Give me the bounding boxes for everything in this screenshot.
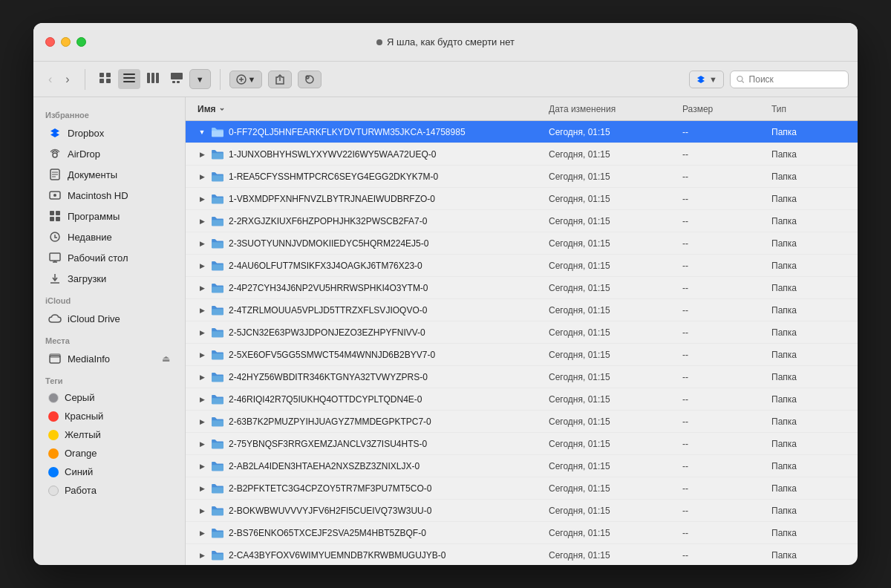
col-header-size[interactable]: Размер xyxy=(682,104,771,114)
table-row[interactable]: ▶ 2-5XE6OFV5GG5SMWCT54M4WNNJD6B2BYV7-0 С… xyxy=(186,344,858,366)
back-button[interactable]: ‹ xyxy=(42,70,58,89)
desktop-icon xyxy=(48,251,62,264)
minimize-button[interactable] xyxy=(61,37,71,47)
sidebar-item-apps[interactable]: Программы xyxy=(36,206,182,226)
search-input[interactable] xyxy=(749,74,842,85)
expand-arrow[interactable]: ▼ xyxy=(198,128,206,137)
sidebar-item-airdrop[interactable]: AirDrop xyxy=(36,143,182,164)
sidebar-item-tag-blue[interactable]: Синий xyxy=(36,463,182,481)
file-list: ▼ 0-FF72QLJ5HNFEARKFLKYDVTURWM35JKCA-147… xyxy=(186,121,858,565)
expand-arrow[interactable]: ▶ xyxy=(198,172,206,181)
expand-arrow[interactable]: ▶ xyxy=(198,239,206,248)
file-type: Папка xyxy=(771,483,846,494)
expand-arrow[interactable]: ▶ xyxy=(198,551,206,560)
file-modified: Сегодня, 01:15 xyxy=(549,461,682,471)
sidebar-item-mediainfo[interactable]: MediaInfo ⏏ xyxy=(36,348,182,369)
table-row[interactable]: ▶ 2-B2PFKTETC3G4CPZOY5TR7MF3PU7MT5CO-0 С… xyxy=(186,477,858,500)
view-column-button[interactable] xyxy=(142,69,164,89)
sidebar-item-documents[interactable]: Документы xyxy=(36,164,182,185)
view-buttons: ▼ xyxy=(94,69,211,89)
table-row[interactable]: ▶ 2-BOKWBWUVVVYJFV6H2FI5CUEIVQ73W3UU-0 С… xyxy=(186,500,858,522)
table-row[interactable]: ▶ 2-CA43BYFOXV6WIMYUEMNDB7KRWBMUGUJYB-0 … xyxy=(186,544,858,565)
table-row[interactable]: ▶ 2-3SUOTYUNNJVDMOKIIEDYC5HQRM224EJ5-0 С… xyxy=(186,232,858,255)
file-name-cell: ▶ 2-63B7K2PMUZPYIHJUAGYZ7MMDEGPKTPC7-0 xyxy=(198,416,549,427)
sidebar-item-tag-grey[interactable]: Серый xyxy=(36,388,182,407)
expand-arrow[interactable]: ▶ xyxy=(198,306,206,315)
expand-arrow[interactable]: ▶ xyxy=(198,462,206,471)
expand-arrow[interactable]: ▶ xyxy=(198,195,206,203)
expand-arrow[interactable]: ▶ xyxy=(198,150,206,159)
view-icon-button[interactable] xyxy=(94,69,117,89)
folder-icon xyxy=(211,461,224,471)
expand-arrow[interactable]: ▶ xyxy=(198,484,206,493)
sidebar-item-tag-yellow[interactable]: Желтый xyxy=(36,425,182,444)
eject-button[interactable]: ⏏ xyxy=(162,353,170,364)
tag-button[interactable] xyxy=(298,71,322,88)
sidebar-item-recent[interactable]: Недавние xyxy=(36,226,182,247)
tag-color-yellow xyxy=(48,430,59,440)
folder-icon xyxy=(211,238,224,249)
expand-arrow[interactable]: ▶ xyxy=(198,440,206,448)
expand-arrow[interactable]: ▶ xyxy=(198,350,206,359)
col-header-name[interactable]: Имя xyxy=(198,104,549,114)
table-row[interactable]: ▶ 2-75YBNQSF3RRGXEMZJANCLV3Z7ISU4HTS-0 С… xyxy=(186,433,858,455)
table-row[interactable]: ▶ 1-VBXMDPFXNHFNVZLBYTRJNAEIWUDBRFZO-0 С… xyxy=(186,188,858,210)
col-header-type[interactable]: Тип xyxy=(771,104,846,114)
table-row[interactable]: ▶ 2-AB2LA4IDEN3HTAEHA2NXSZBZ3ZNIXLJX-0 С… xyxy=(186,455,858,477)
tag-color-work xyxy=(48,486,59,496)
table-row[interactable]: ▶ 2-4AU6OLFUT7MSIKFX3J4OAGKJ6TM76X23-0 С… xyxy=(186,255,858,277)
file-name: 2-AB2LA4IDEN3HTAEHA2NXSZBZ3ZNIXLJX-0 xyxy=(229,461,420,471)
file-name: 2-4P27CYH34J6NP2VU5HRRWSPHKI4O3YTM-0 xyxy=(229,283,428,293)
file-modified: Сегодня, 01:15 xyxy=(549,372,682,382)
expand-arrow[interactable]: ▶ xyxy=(198,395,206,404)
close-button[interactable] xyxy=(45,37,55,47)
view-list-button[interactable] xyxy=(118,69,140,89)
table-row[interactable]: ▶ 2-BS76ENKO65TXCEJF2SVA25M4HBT5ZBQF-0 С… xyxy=(186,522,858,544)
file-size: -- xyxy=(682,416,771,427)
dropbox-toolbar-button[interactable]: ▼ xyxy=(689,71,724,88)
expand-arrow[interactable]: ▶ xyxy=(198,373,206,382)
sidebar-item-downloads[interactable]: Загрузки xyxy=(36,268,182,289)
svg-rect-12 xyxy=(177,81,180,83)
sidebar-item-tag-orange[interactable]: Orange xyxy=(36,444,182,463)
table-row[interactable]: ▶ 2-63B7K2PMUZPYIHJUAGYZ7MMDEGPKTPC7-0 С… xyxy=(186,411,858,433)
window-title-container: Я шла, как будто смерти нет xyxy=(376,36,515,48)
sidebar-item-macintosh[interactable]: Macintosh HD xyxy=(36,185,182,206)
table-row[interactable]: ▶ 2-2RXGJZKIUXF6HZPOPHJHK32PWSCB2FA7-0 С… xyxy=(186,210,858,232)
sidebar-item-icloud[interactable]: iCloud Drive xyxy=(36,308,182,329)
view-options-button[interactable]: ▼ xyxy=(189,69,211,89)
forward-button[interactable]: › xyxy=(59,70,75,89)
table-row[interactable]: ▶ 2-4P27CYH34J6NP2VU5HRRWSPHKI4O3YTM-0 С… xyxy=(186,277,858,299)
table-row[interactable]: ▶ 1-REA5CFYSSHMTPCRC6SEYG4EGG2DKYK7M-0 С… xyxy=(186,166,858,188)
file-name: 2-5JCN32E63PW3JDPONJEZO3EZHPYFNIVV-0 xyxy=(229,327,425,338)
table-row[interactable]: ▶ 1-JUNXOBHYHSWLYXYWV22I6WY5WAA72UEQ-0 С… xyxy=(186,143,858,166)
sidebar-item-tag-red[interactable]: Красный xyxy=(36,407,182,425)
sidebar-item-tag-work[interactable]: Работа xyxy=(36,481,182,500)
table-row[interactable]: ▶ 2-42HYZ56WBDITR346KTGNYA32TVWYZPRS-0 С… xyxy=(186,366,858,388)
table-row[interactable]: ▼ 0-FF72QLJ5HNFEARKFLKYDVTURWM35JKCA-147… xyxy=(186,121,858,143)
col-header-modified[interactable]: Дата изменения xyxy=(549,104,682,114)
expand-arrow[interactable]: ▶ xyxy=(198,328,206,337)
action-button[interactable]: ▼ xyxy=(229,71,263,88)
file-name: 1-VBXMDPFXNHFNVZLBYTRJNAEIWUDBRFZO-0 xyxy=(229,194,435,204)
sidebar-item-dropbox[interactable]: Dropbox xyxy=(36,122,182,143)
svg-rect-11 xyxy=(172,81,175,83)
expand-arrow[interactable]: ▶ xyxy=(198,417,206,426)
file-name-cell: ▶ 2-4P27CYH34J6NP2VU5HRRWSPHKI4O3YTM-0 xyxy=(198,283,549,293)
file-size: -- xyxy=(682,194,771,204)
expand-arrow[interactable]: ▶ xyxy=(198,217,206,226)
file-type: Папка xyxy=(771,283,846,293)
file-name-cell: ▶ 2-5XE6OFV5GG5SMWCT54M4WNNJD6B2BYV7-0 xyxy=(198,350,549,360)
expand-arrow[interactable]: ▶ xyxy=(198,261,206,270)
file-modified: Сегодня, 01:15 xyxy=(549,350,682,360)
table-row[interactable]: ▶ 2-46RIQI42R7Q5IUKHQ4OTTDCYPLTQDN4E-0 С… xyxy=(186,388,858,411)
table-row[interactable]: ▶ 2-5JCN32E63PW3JDPONJEZO3EZHPYFNIVV-0 С… xyxy=(186,321,858,344)
sidebar-item-desktop[interactable]: Рабочий стол xyxy=(36,247,182,268)
maximize-button[interactable] xyxy=(76,37,86,47)
share-button[interactable] xyxy=(268,71,292,88)
table-row[interactable]: ▶ 2-4TZRLMOUUA5VPLJD5TTRZXFLSVJIOQVO-0 С… xyxy=(186,299,858,321)
expand-arrow[interactable]: ▶ xyxy=(198,506,206,515)
expand-arrow[interactable]: ▶ xyxy=(198,529,206,538)
view-gallery-button[interactable] xyxy=(166,69,188,89)
expand-arrow[interactable]: ▶ xyxy=(198,284,206,293)
